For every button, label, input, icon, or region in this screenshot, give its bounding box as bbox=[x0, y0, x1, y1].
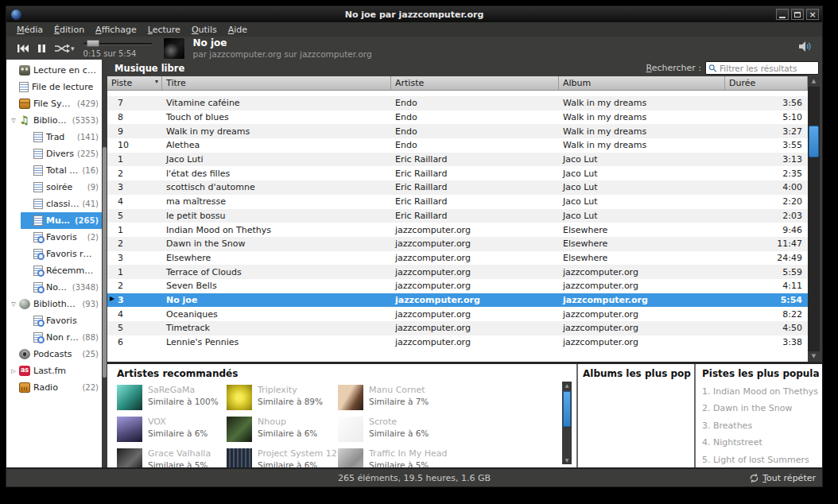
sidebar-item-total-fo-p[interactable]: Total Fo. p…(16) bbox=[6, 162, 107, 179]
table-row[interactable]: 7Vitamine caféineEndoWalk in my dreams3:… bbox=[107, 96, 808, 110]
sidebar-item-trad[interactable]: Trad(141) bbox=[6, 129, 107, 145]
table-row[interactable]: 1Terrace of Cloudsjazzcomputer.orgjazzco… bbox=[107, 265, 808, 279]
repeat-button[interactable]: Tout répéter bbox=[749, 473, 816, 483]
table-row[interactable]: 1Jaco LutiEric RaillardJaco Lut3:13 bbox=[107, 153, 808, 167]
menu-aide[interactable]: Aide bbox=[223, 24, 253, 36]
sidebar-item-radio[interactable]: Radio(22) bbox=[6, 379, 107, 396]
column-header-titre[interactable]: Titre bbox=[162, 76, 391, 90]
recommendations-scrollbar[interactable]: ▲ ▼ bbox=[562, 382, 572, 464]
table-row[interactable]: 4ma maîtresseEric RaillardJaco Lut2:20 bbox=[107, 195, 808, 209]
close-button[interactable]: × bbox=[806, 9, 819, 20]
reco-scroll-up-icon[interactable]: ▲ bbox=[562, 382, 572, 390]
recommended-artist-traffic-in-my-head[interactable]: Traffic In My HeadSimilaire à 5% bbox=[338, 448, 559, 467]
expander-icon[interactable]: ▷ bbox=[8, 368, 19, 374]
search-box[interactable] bbox=[705, 61, 819, 75]
sidebar-item-biblioth-q[interactable]: ▽Bibliothèq…(5353) bbox=[6, 112, 107, 129]
recommended-artist-grace-valhalla[interactable]: Grace ValhallaSimilaire à 5% bbox=[117, 448, 227, 467]
expander-icon[interactable]: ▽ bbox=[8, 301, 19, 308]
shuffle-button[interactable]: ▾ bbox=[50, 40, 79, 57]
sidebar-item-musiq[interactable]: Musiq…(265) bbox=[21, 212, 107, 229]
menu-dition[interactable]: Édition bbox=[48, 24, 90, 36]
menu-outils[interactable]: Outils bbox=[186, 24, 223, 36]
recommended-artist-saregama[interactable]: SaReGaMaSimilaire à 100% bbox=[117, 385, 227, 417]
table-row[interactable]: 3scottisch d'automneEric RaillardJaco Lu… bbox=[107, 180, 808, 195]
sidebar-scrollbar[interactable] bbox=[102, 60, 107, 467]
seek-handle[interactable] bbox=[87, 40, 99, 47]
artist-name[interactable]: Nhoup bbox=[258, 417, 317, 427]
sidebar-scroll-thumb[interactable] bbox=[103, 147, 107, 378]
sidebar-item-favoris-r-cents[interactable]: Favoris récents bbox=[6, 246, 107, 262]
volume-button[interactable] bbox=[798, 41, 813, 56]
scroll-down-icon[interactable]: ▼ bbox=[808, 351, 820, 362]
recommended-artist-manu-cornet[interactable]: Manu CornetSimilaire à 7% bbox=[338, 385, 559, 417]
previous-button[interactable] bbox=[13, 40, 33, 57]
recommended-artist-triplexity[interactable]: TriplexitySimilaire à 89% bbox=[227, 385, 338, 417]
sidebar-item-classique[interactable]: classique(41) bbox=[6, 196, 107, 212]
artist-name[interactable]: Traffic In My Head bbox=[369, 448, 448, 459]
recommended-artist-vox[interactable]: VOXSimilaire à 6% bbox=[117, 417, 227, 448]
sidebar-item-lecture-en-cours[interactable]: Lecture en cours bbox=[6, 62, 107, 79]
popular-track-item[interactable]: 1. Indian Mood on Thethys bbox=[702, 386, 819, 397]
sidebar-item-r-cemment[interactable]: Récemment … bbox=[6, 262, 107, 279]
column-header-album[interactable]: Album bbox=[559, 76, 725, 90]
sidebar-item-divers[interactable]: Divers(225) bbox=[6, 145, 107, 162]
table-row[interactable]: 2Seven Bellsjazzcomputer.orgjazzcomputer… bbox=[107, 279, 808, 293]
menu-affichage[interactable]: Affichage bbox=[90, 24, 142, 36]
expander-icon[interactable]: ▽ bbox=[8, 118, 19, 124]
column-header-artiste[interactable]: Artiste bbox=[391, 76, 559, 90]
artist-name[interactable]: Manu Cornet bbox=[369, 385, 429, 395]
sidebar-item-favoris[interactable]: Favoris(2) bbox=[6, 229, 107, 246]
sidebar-item-soir-e[interactable]: soirée(9) bbox=[6, 179, 107, 196]
artist-name[interactable]: Project System 12 bbox=[258, 448, 337, 459]
artist-name[interactable]: Grace Valhalla bbox=[148, 448, 211, 459]
sidebar-item-biblioth-qu[interactable]: ▽Bibliothèqu…(93) bbox=[6, 296, 107, 312]
table-row[interactable]: 1Indian Mood on Thethysjazzcomputer.orgE… bbox=[107, 223, 808, 237]
popular-track-item[interactable]: 5. Light of lost Summers bbox=[702, 455, 819, 465]
table-scroll-thumb[interactable] bbox=[809, 126, 819, 157]
title-bar[interactable]: No joe par jazzcomputer.org × bbox=[6, 6, 822, 22]
artist-name[interactable]: SaReGaMa bbox=[148, 385, 219, 395]
shuffle-dropdown-icon[interactable]: ▾ bbox=[71, 45, 75, 52]
table-row[interactable]: 10AletheaEndoWalk in my dreams3:55 bbox=[107, 138, 808, 153]
artist-name[interactable]: Triplexity bbox=[258, 385, 323, 395]
sidebar-item-non-regar[interactable]: Non regar…(88) bbox=[6, 329, 107, 346]
table-row[interactable]: 5Timetrackjazzcomputer.orgjazzcomputer.o… bbox=[107, 321, 808, 335]
table-row[interactable]: ▶3No joejazzcomputer.orgjazzcomputer.org… bbox=[107, 293, 808, 308]
minimize-button[interactable] bbox=[776, 9, 789, 20]
menu-lecture[interactable]: Lecture bbox=[142, 24, 186, 36]
table-scrollbar[interactable]: ▲ ▼ bbox=[808, 76, 820, 362]
sidebar-item-file-system[interactable]: File System…(429) bbox=[6, 95, 107, 112]
search-input[interactable] bbox=[717, 64, 818, 73]
column-header-dur-e[interactable]: Durée bbox=[725, 76, 808, 90]
table-row[interactable]: 2Dawn in the Snowjazzcomputer.orgElsewhe… bbox=[107, 237, 808, 251]
playing-indicator-icon bbox=[109, 182, 118, 192]
recommended-artist-scrote[interactable]: ScroteSimilaire à 6% bbox=[338, 417, 559, 448]
column-header-piste[interactable]: Piste▾ bbox=[107, 76, 162, 90]
sidebar-item-non-co[interactable]: Non éco…(3348) bbox=[6, 279, 107, 296]
artist-name[interactable]: VOX bbox=[148, 417, 208, 427]
artist-name[interactable]: Scrote bbox=[369, 417, 429, 427]
popular-track-item[interactable]: 3. Breathes bbox=[702, 421, 819, 431]
table-row[interactable]: 2l'état des fillesEric RaillardJaco Lut2… bbox=[107, 166, 808, 180]
popular-track-item[interactable]: 4. Nightstreet bbox=[702, 437, 819, 448]
maximize-button[interactable] bbox=[791, 9, 804, 20]
reco-scroll-thumb[interactable] bbox=[563, 391, 571, 427]
seek-slider[interactable] bbox=[83, 39, 152, 48]
popular-track-item[interactable]: 2. Dawn in the Snow bbox=[702, 403, 819, 413]
sidebar-item-last-fm[interactable]: ▷Last.fm bbox=[6, 362, 107, 379]
reco-scroll-down-icon[interactable]: ▼ bbox=[562, 456, 572, 464]
table-row[interactable]: 4Oceaniquesjazzcomputer.orgjazzcomputer.… bbox=[107, 307, 808, 321]
sidebar-item-podcasts[interactable]: Podcasts(25) bbox=[6, 346, 107, 362]
pause-button[interactable] bbox=[33, 40, 50, 57]
scroll-up-icon[interactable]: ▲ bbox=[808, 76, 820, 87]
table-row[interactable]: 8Touch of bluesEndoWalk in my dreams5:10 bbox=[107, 110, 808, 125]
table-row[interactable]: 5le petit bossuEric RaillardJaco Lut2:03 bbox=[107, 209, 808, 223]
table-row[interactable]: 6Lennie's Penniesjazzcomputer.orgjazzcom… bbox=[107, 335, 808, 350]
table-row[interactable]: 3Elsewherejazzcomputer.orgElsewhere24:49 bbox=[107, 251, 808, 266]
sidebar-item-file-de-lecture[interactable]: File de lecture bbox=[6, 79, 107, 95]
recommended-artist-nhoup[interactable]: NhoupSimilaire à 6% bbox=[227, 417, 338, 448]
sidebar-item-favoris[interactable]: Favoris bbox=[6, 312, 107, 329]
table-row[interactable]: 9Walk in my dreamsEndoWalk in my dreams3… bbox=[107, 124, 808, 138]
recommended-artist-project-system-12[interactable]: Project System 12Similaire à 6% bbox=[227, 448, 338, 467]
menu-m-dia[interactable]: Média bbox=[11, 24, 48, 36]
